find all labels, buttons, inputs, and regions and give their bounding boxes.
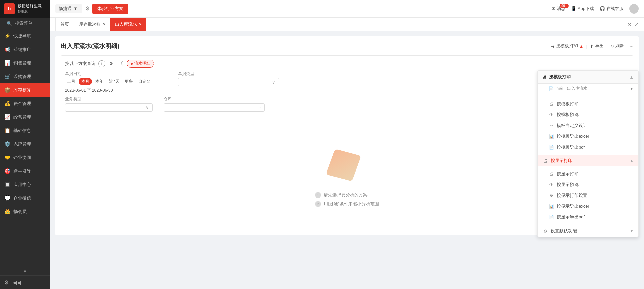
top-bar: 畅捷通 ▼ ⚙ 体验行业方案 ✉ 消息 99+ 📱 App下载 🎧 (50, 0, 644, 18)
display-print-label: 按显示打印 (557, 171, 579, 177)
purchase-icon: 🛒 (4, 73, 11, 80)
tab-inventory-batch[interactable]: 库存批次账 × (74, 18, 110, 31)
display-export-excel-item[interactable]: 📊 按显示导出excel (538, 201, 638, 212)
dropdown-title: 按模板打印 (549, 74, 571, 80)
doc-type-dropdown[interactable]: ∨ (178, 78, 279, 86)
page-header: 出入库流水(流水明细) 🖨 按模板打印 ▲ | ⬆ 导出 | (61, 42, 633, 50)
message-btn[interactable]: ✉ 消息 99+ (552, 6, 565, 12)
sidebar-item-wechat[interactable]: 💬 企业微信 (0, 191, 50, 205)
template-preview-icon: 👁 (549, 112, 554, 117)
display-preview-item[interactable]: 👁 按显示预览 (538, 179, 638, 190)
date-opt-current-month[interactable]: 本月 (79, 78, 92, 85)
refresh-btn[interactable]: ↻ 刷新 (610, 43, 624, 49)
display-preview-label: 按显示预览 (557, 182, 579, 188)
doc-type-arrow: ∨ (272, 80, 275, 85)
sidebar-scroll-down[interactable]: ▼ (0, 268, 50, 275)
sidebar-item-basic[interactable]: 📋 基础信息 (0, 124, 50, 137)
collapse-bottom-icon[interactable]: ◀◀ (13, 279, 21, 286)
sidebar-item-marketing[interactable]: 📢 营销推广 (0, 43, 50, 56)
marketing-icon: 📢 (4, 46, 11, 53)
warehouse-dropdown[interactable]: ··· (164, 103, 265, 112)
settings-bottom-icon[interactable]: ⚙ (4, 279, 9, 286)
template-print-item[interactable]: 🖨 按模板打印 (538, 99, 638, 109)
template-preview-label: 按模板预览 (557, 112, 579, 118)
date-range: 2023-06-01 至 2023-06-30 (65, 88, 152, 94)
display-print-settings-item[interactable]: ⚙ 按显示打印设置 (538, 190, 638, 201)
inventory-icon: 📦 (4, 87, 11, 94)
template-export-pdf-label: 按模板导出pdf (557, 144, 585, 150)
date-opt-7days[interactable]: 近7天 (107, 78, 121, 85)
dropdown-collapse-arrow[interactable]: ▲ (629, 75, 634, 80)
sidebar-logo: b 畅捷通好生意 标准版 (0, 0, 50, 18)
tabs-right-actions: ✕ ⤢ (627, 21, 639, 27)
dropdown-panel-header: 🖨 按模板打印 ▲ (538, 71, 638, 84)
app-download-label: App下载 (578, 6, 594, 12)
sidebar-item-inventory[interactable]: 📦 库存核算 (0, 83, 50, 97)
print-template-btn[interactable]: 🖨 按模板打印 ▲ (550, 43, 584, 49)
dropdown-print-header-icon: 🖨 (543, 75, 547, 80)
display-print-item[interactable]: 🖨 按显示打印 (538, 168, 638, 179)
print-dropdown-panel: 🖨 按模板打印 ▲ 📄 当前：出入库流水 ▼ 🖨 (537, 70, 639, 237)
date-opt-custom[interactable]: 自定义 (136, 78, 152, 85)
export-btn[interactable]: ⬆ 导出 (590, 43, 604, 49)
search-icon: 🔍 (7, 21, 12, 26)
filter-header: 按以下方案查询 + ⚙ 《 ● 流水明细 (65, 60, 629, 68)
topbar-gear-icon[interactable]: ⚙ (85, 5, 90, 12)
template-export-pdf-item[interactable]: 📄 按模板导出pdf (538, 142, 638, 153)
date-opt-prev-month[interactable]: 上月 (65, 78, 77, 85)
filter-add-btn[interactable]: + (98, 60, 105, 67)
tab-inout-flow-close[interactable]: × (139, 22, 141, 27)
biz-type-dropdown[interactable]: ∨ (65, 103, 153, 112)
sidebar-item-collab[interactable]: 🤝 企业协同 (0, 151, 50, 164)
tab-inout-flow[interactable]: 出入库流水 × (110, 18, 146, 31)
display-print-section-header[interactable]: 🖨 按显示打印 ▲ (538, 155, 638, 166)
step-2-label: 用[过滤]条件来缩小分析范围 (324, 201, 379, 207)
user-avatar[interactable] (629, 4, 639, 14)
sidebar-item-vip[interactable]: 👑 畅会员 (0, 205, 50, 218)
tabs-bar: 首页 库存批次账 × 出入库流水 × ✕ ⤢ (50, 18, 644, 31)
tab-inventory-batch-close[interactable]: × (103, 22, 105, 27)
filter-collapse-btn[interactable]: 《 (117, 60, 124, 67)
display-print-section-arrow[interactable]: ▲ (630, 158, 634, 163)
sidebar-item-appcenter[interactable]: 🔲 应用中心 (0, 178, 50, 191)
sidebar-item-shortcut[interactable]: ⚡ 快捷导航 (0, 29, 50, 43)
tab-home[interactable]: 首页 (55, 18, 74, 31)
filter-date-field: 单据日期 上月 本月 本年 近7天 更多 自定义 2023-06-01 至 20… (65, 71, 152, 94)
sidebar-search[interactable]: 🔍 搜索菜单 (0, 18, 50, 29)
filter-settings-btn[interactable]: ⚙ (108, 60, 115, 67)
industry-btn[interactable]: 体验行业方案 (92, 4, 128, 14)
more-icon[interactable]: ··· (630, 44, 633, 49)
top-bar-right: ✉ 消息 99+ 📱 App下载 🎧 在线客服 (552, 4, 639, 14)
template-custom-item[interactable]: ✏ 模板自定义设计 (538, 120, 638, 131)
date-field-label: 单据日期 (65, 71, 152, 77)
sidebar-item-system[interactable]: ⚙️ 系统管理 (0, 137, 50, 151)
online-service-label: 在线客服 (606, 6, 624, 12)
refresh-icon: ↻ (610, 44, 614, 49)
date-opt-more[interactable]: 更多 (123, 78, 135, 85)
filter-tag[interactable]: ● 流水明细 (127, 60, 154, 68)
content-area: 出入库流水(流水明细) 🖨 按模板打印 ▲ | ⬆ 导出 | (50, 31, 644, 289)
template-export-excel-item[interactable]: 📊 按模板导出excel (538, 131, 638, 142)
display-export-pdf-item[interactable]: 📄 按显示导出pdf (538, 212, 638, 222)
template-preview-item[interactable]: 👁 按模板预览 (538, 109, 638, 120)
sidebar-item-sales[interactable]: 📊 销售管理 (0, 56, 50, 70)
date-options: 上月 本月 本年 近7天 更多 自定义 (65, 78, 152, 85)
online-service-btn[interactable]: 🎧 在线客服 (599, 6, 624, 12)
sidebar-item-finance[interactable]: 💰 资金管理 (0, 97, 50, 110)
divider-1 (538, 95, 638, 95)
sidebar-item-purchase[interactable]: 🛒 采购管理 (0, 70, 50, 83)
current-section-arrow[interactable]: ▼ (630, 86, 634, 91)
sidebar-item-operation[interactable]: 📈 经营管理 (0, 110, 50, 124)
display-export-pdf-icon: 📄 (549, 214, 554, 220)
tab-close-icon[interactable]: ✕ (627, 21, 632, 27)
date-opt-current-year[interactable]: 本年 (93, 78, 106, 85)
user-selector[interactable]: 畅捷通 ▼ (55, 4, 82, 13)
set-default-arrow[interactable]: ▼ (630, 229, 634, 233)
app-download-btn[interactable]: 📱 App下载 (571, 6, 594, 12)
set-default-section-header[interactable]: ⚙ 设置默认功能 ▼ (538, 225, 638, 237)
sidebar-item-label: 经营管理 (13, 114, 31, 120)
tab-expand-icon[interactable]: ⤢ (634, 21, 639, 27)
sidebar-item-guide[interactable]: 🎯 新手引导 (0, 164, 50, 178)
service-icon: 🎧 (599, 6, 605, 11)
step-num-2: 2 (315, 201, 321, 207)
